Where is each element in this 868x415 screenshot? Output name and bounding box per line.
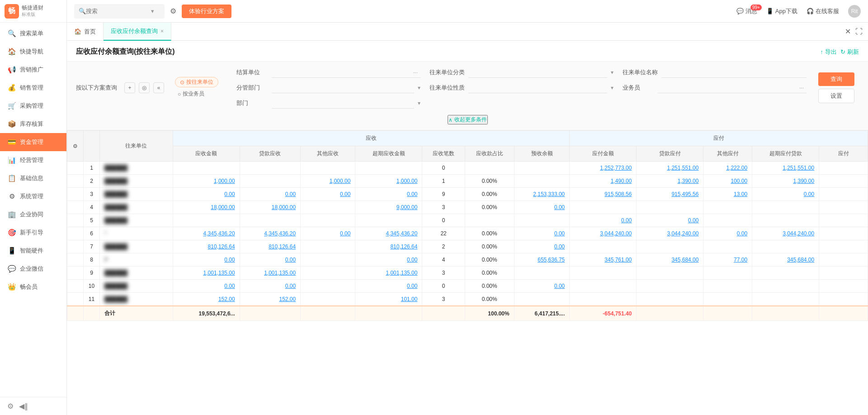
sidebar-menu: 🔍搜索菜单🏠快捷导航📢营销推广💰销售管理🛒采购管理📦库存核算💳资金管理📊经营管理… xyxy=(0,23,66,397)
set-button[interactable]: 设置 xyxy=(818,89,854,103)
pay-loan-header: 贷款应付 xyxy=(637,146,703,162)
nature-chevron-icon[interactable]: ▾ xyxy=(611,85,613,91)
sidebar-label-5: 库存核算 xyxy=(20,120,43,128)
field-settlement-unit: 结算单位 ··· xyxy=(236,67,420,78)
footer-rec-total[interactable]: 19,553,472,6... xyxy=(173,306,240,321)
overdue-rec-header: 超期应收金额 xyxy=(355,146,422,162)
message-item[interactable]: 💬 消息 99+ xyxy=(736,7,757,15)
table-row: 4██████18,000.0018,000.009,000.0030.00%0… xyxy=(67,201,868,214)
sidebar-item-7[interactable]: 📊经营管理 xyxy=(0,151,66,169)
sidebar-item-0[interactable]: 🔍搜索菜单 xyxy=(0,24,66,43)
sidebar-footer: ⚙ ◀‖ xyxy=(0,397,66,415)
field-salesperson: 业务员 ··· xyxy=(623,82,807,93)
add-scheme-icon[interactable]: + xyxy=(124,82,135,93)
export-button[interactable]: ↑ 导出 xyxy=(821,48,837,56)
sidebar-item-11[interactable]: 🎯新手引导 xyxy=(0,224,66,242)
sidebar-item-9[interactable]: ⚙系统管理 xyxy=(0,187,66,205)
query-button[interactable]: 查询 xyxy=(818,72,854,86)
main-content: 🏠 首页 应收应付余额查询 × ✕ ⛶ 应收应付余额查询(按往来单位) ↑ 导出… xyxy=(67,23,868,415)
tab-close-icon[interactable]: × xyxy=(160,28,164,34)
refresh-button[interactable]: ↻ 刷新 xyxy=(840,48,859,56)
logo-text: 畅捷通财 xyxy=(22,5,43,12)
logo-badge: 标准版 xyxy=(22,11,43,18)
app-download-item[interactable]: 📱 App下载 xyxy=(766,7,797,15)
sidebar-logo: 畅 畅捷通财 标准版 xyxy=(0,0,66,23)
dept-chevron-icon[interactable]: ▾ xyxy=(418,100,420,106)
sidebar-item-6[interactable]: 💳资金管理 xyxy=(0,133,66,151)
filter-fields: 结算单位 ··· 往来单位分类 ▾ 往来单位名称 xyxy=(236,67,807,109)
settlement-unit-input[interactable] xyxy=(272,67,420,78)
collapse-footer-icon[interactable]: ◀‖ xyxy=(19,402,28,410)
group-by-partner[interactable]: ⊙ 按往来单位 xyxy=(175,77,218,87)
footer-adv-total[interactable]: 6,417,215.... xyxy=(514,306,570,321)
gear-icon[interactable]: ⚙ xyxy=(170,7,176,15)
sidebar-label-4: 采购管理 xyxy=(20,102,43,110)
tab-bar-actions: ✕ ⛶ xyxy=(840,27,868,36)
sidebar-item-1[interactable]: 🏠快捷导航 xyxy=(0,43,66,61)
footer-pay-total[interactable]: -654,751.40 xyxy=(570,306,637,321)
partner-nature-input[interactable] xyxy=(468,82,607,93)
user-avatar[interactable]: Rit xyxy=(848,5,861,18)
sidebar-label-11: 新手引导 xyxy=(20,229,43,237)
filter-label: 按以下方案查询 xyxy=(76,84,117,92)
sidebar-item-8[interactable]: 📋基础信息 xyxy=(0,169,66,187)
search-input[interactable] xyxy=(86,8,149,14)
salesperson-dots-icon[interactable]: ··· xyxy=(799,85,804,91)
pay-other-header: 其他应付 xyxy=(703,146,752,162)
settings-footer-icon[interactable]: ⚙ xyxy=(7,402,14,410)
table-footer-row: 合计 19,553,472,6... 100.00% 6,417,215....… xyxy=(67,306,868,321)
dept-input[interactable] xyxy=(272,98,414,109)
sidebar-label-14: 畅会员 xyxy=(20,283,38,291)
table-row: 2██████1,000.001,000.001,000.0010.00%1,4… xyxy=(67,175,868,188)
division-dept-input[interactable] xyxy=(272,82,414,93)
field-dots-icon[interactable]: ··· xyxy=(413,69,418,76)
sidebar-item-5[interactable]: 📦库存核算 xyxy=(0,115,66,133)
sidebar-item-14[interactable]: 👑畅会员 xyxy=(0,278,66,296)
sidebar-item-12[interactable]: 📱智能硬件 xyxy=(0,242,66,260)
maximize-icon[interactable]: ⛶ xyxy=(855,28,863,36)
partner-category-input[interactable] xyxy=(468,67,607,78)
sidebar-item-13[interactable]: 💬企业微信 xyxy=(0,260,66,278)
rec-amount-header: 应收金额 xyxy=(173,146,240,162)
sidebar-item-10[interactable]: 🏢企业协同 xyxy=(0,205,66,224)
sidebar-icon-4: 🛒 xyxy=(7,101,16,110)
refresh-icon: ↻ xyxy=(840,48,845,55)
sidebar-icon-11: 🎯 xyxy=(7,228,16,237)
promo-button[interactable]: 体验行业方案 xyxy=(182,5,231,18)
field-division-dept: 分管部门 ▾ xyxy=(236,82,420,93)
edit-scheme-icon[interactable]: ◎ xyxy=(139,82,150,93)
tab-active[interactable]: 应收应付余额查询 × xyxy=(104,23,171,41)
filter-collapse: ∧ 收起更多条件 xyxy=(76,113,859,124)
search-box[interactable]: 🔍 ▾ xyxy=(74,4,165,19)
sidebar-item-3[interactable]: 💰销售管理 xyxy=(0,79,66,97)
sidebar-item-2[interactable]: 📢营销推广 xyxy=(0,61,66,79)
sidebar-item-4[interactable]: 🛒采购管理 xyxy=(0,97,66,115)
filter-area: 按以下方案查询 + ◎ « ⊙ 按往来单位 ○ 按业务员 xyxy=(67,62,868,130)
sidebar-label-9: 系统管理 xyxy=(20,192,43,200)
export-icon: ↑ xyxy=(821,48,824,55)
tab-home[interactable]: 🏠 首页 xyxy=(67,23,104,41)
chevron-down-icon[interactable]: ▾ xyxy=(151,8,154,14)
collapse-button[interactable]: ∧ 收起更多条件 xyxy=(448,115,488,124)
category-chevron-icon[interactable]: ▾ xyxy=(611,69,613,76)
service-item[interactable]: 🎧 在线客服 xyxy=(807,7,839,15)
logo-icon: 畅 xyxy=(5,4,19,19)
group-by-salesperson[interactable]: ○ 按业务员 xyxy=(175,89,218,99)
field-dept: 部门 ▾ xyxy=(236,98,420,109)
salesperson-input[interactable] xyxy=(658,82,807,93)
sidebar-icon-9: ⚙ xyxy=(7,192,16,201)
close-window-icon[interactable]: ✕ xyxy=(845,27,851,36)
sidebar-icon-1: 🏠 xyxy=(7,47,16,56)
pay-amount-header: 应付金额 xyxy=(570,146,637,162)
footer-ratio: 100.00% xyxy=(465,306,514,321)
rec-loan-header: 贷款应收 xyxy=(240,146,301,162)
filter-top-row: 按以下方案查询 + ◎ « ⊙ 按往来单位 ○ 按业务员 xyxy=(76,67,859,109)
sidebar-icon-0: 🔍 xyxy=(7,29,16,38)
settings-col-header[interactable]: ⚙ xyxy=(67,131,84,162)
download-icon: 📱 xyxy=(766,8,774,14)
more-scheme-icon[interactable]: « xyxy=(153,82,164,93)
partner-name-input[interactable] xyxy=(661,67,807,78)
footer-label: 合计 xyxy=(100,306,173,321)
sidebar-label-7: 经营管理 xyxy=(20,156,43,164)
division-chevron-icon[interactable]: ▾ xyxy=(418,85,420,91)
